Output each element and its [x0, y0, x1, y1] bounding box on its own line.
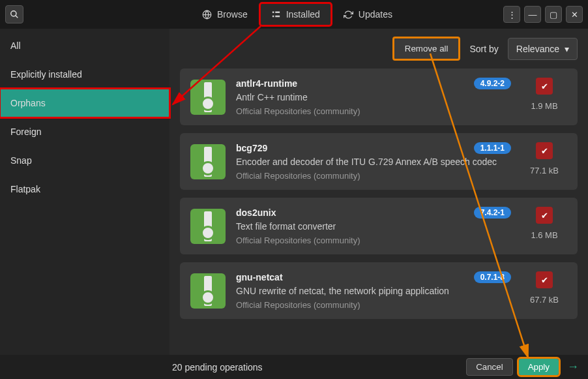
package-repo: Official Repositories (community): [236, 235, 511, 245]
toolbar: Remove all Sort by Relevance ▾: [180, 37, 578, 61]
list-icon: [271, 10, 281, 20]
close-button[interactable]: ✕: [566, 6, 583, 23]
tab-installed[interactable]: Installed: [259, 3, 332, 26]
tab-updates[interactable]: Updates: [332, 3, 404, 26]
package-desc: Text file format converter: [236, 221, 511, 232]
content: Remove all Sort by Relevance ▾ antlr4-ru…: [169, 29, 588, 355]
close-icon: ✕: [571, 10, 578, 20]
header-tabs: Browse Installed Updates: [190, 3, 404, 26]
pending-text: 20 pending operations: [172, 362, 263, 372]
sidebar-item-label: Snap: [10, 155, 32, 166]
sidebar: All Explicitly installed Orphans Foreign…: [0, 29, 169, 355]
sidebar-item-explicit[interactable]: Explicitly installed: [0, 60, 169, 89]
tab-label: Updates: [359, 9, 392, 20]
package-version: 7.4.2-1: [474, 207, 511, 219]
check-icon: ✔: [541, 82, 548, 91]
footer-actions: Cancel Apply →: [466, 358, 579, 376]
minimize-button[interactable]: —: [524, 6, 541, 23]
sortby-label: Sort by: [469, 44, 498, 54]
package-info: gnu-netcat 0.7.1-8 GNU rewrite of netcat…: [236, 271, 511, 310]
package-card[interactable]: antlr4-runtime 4.9.2-2 Antlr C++ runtime…: [180, 68, 578, 125]
maximize-icon: ▢: [550, 10, 557, 20]
remove-all-button[interactable]: Remove all: [392, 37, 461, 61]
package-repo: Official Repositories (community): [236, 171, 511, 181]
package-info: bcg729 1.1.1-1 Encoder and decoder of th…: [236, 142, 511, 181]
svg-point-0: [11, 11, 16, 16]
package-desc: GNU rewrite of netcat, the network pipin…: [236, 286, 511, 296]
package-icon: [190, 209, 226, 244]
package-icon: [190, 273, 226, 309]
svg-rect-6: [275, 15, 280, 17]
search-button[interactable]: [5, 5, 23, 23]
sidebar-item-label: All: [10, 40, 21, 51]
sidebar-item-all[interactable]: All: [0, 31, 169, 60]
package-name: bcg729: [236, 143, 267, 153]
package-size: 1.6 MB: [531, 230, 557, 240]
package-version: 1.1.1-1: [474, 142, 511, 154]
package-list: antlr4-runtime 4.9.2-2 Antlr C++ runtime…: [180, 68, 578, 319]
arrow-right-icon[interactable]: →: [567, 360, 579, 374]
sidebar-item-label: Flatpak: [10, 184, 40, 194]
tab-label: Browse: [217, 9, 248, 20]
svg-rect-4: [275, 11, 280, 13]
package-icon: [190, 80, 226, 115]
package-info: dos2unix 7.4.2-1 Text file format conver…: [236, 207, 511, 245]
titlebar: Browse Installed Updates ⋮ — ▢ ✕: [0, 0, 588, 29]
sidebar-item-label: Orphans: [10, 98, 46, 108]
package-version: 4.9.2-2: [474, 78, 511, 89]
package-repo: Official Repositories (community): [236, 300, 511, 310]
package-card[interactable]: dos2unix 7.4.2-1 Text file format conver…: [180, 198, 578, 254]
menu-button[interactable]: ⋮: [503, 6, 520, 23]
package-name: dos2unix: [236, 207, 276, 218]
package-version: 0.7.1-8: [474, 271, 511, 283]
tab-browse[interactable]: Browse: [190, 3, 259, 26]
maximize-button[interactable]: ▢: [545, 6, 562, 23]
sidebar-item-flatpak[interactable]: Flatpak: [0, 175, 169, 204]
svg-rect-5: [272, 15, 274, 17]
package-right: ✔ 77.1 kB: [522, 142, 567, 181]
package-right: ✔ 67.7 kB: [522, 271, 567, 310]
package-card[interactable]: gnu-netcat 0.7.1-8 GNU rewrite of netcat…: [180, 262, 578, 319]
svg-rect-3: [272, 11, 274, 13]
kebab-icon: ⋮: [508, 10, 516, 20]
package-size: 1.9 MB: [531, 101, 557, 111]
minimize-icon: —: [529, 10, 537, 20]
remove-toggle[interactable]: ✔: [536, 207, 553, 224]
apply-button[interactable]: Apply: [518, 358, 559, 376]
package-desc: Antlr C++ runtime: [236, 92, 511, 102]
main: All Explicitly installed Orphans Foreign…: [0, 29, 588, 355]
check-icon: ✔: [541, 146, 548, 156]
remove-toggle[interactable]: ✔: [536, 271, 553, 288]
package-icon: [190, 144, 226, 179]
package-size: 67.7 kB: [530, 295, 559, 305]
sidebar-item-orphans[interactable]: Orphans: [0, 89, 169, 117]
sort-select[interactable]: Relevance ▾: [508, 38, 578, 60]
sort-value: Relevance: [516, 44, 559, 54]
footer: 20 pending operations Cancel Apply →: [0, 355, 588, 379]
sidebar-item-label: Foreign: [10, 127, 41, 137]
chevron-down-icon: ▾: [565, 44, 569, 54]
check-icon: ✔: [541, 275, 548, 285]
package-repo: Official Repositories (community): [236, 106, 511, 116]
cancel-button[interactable]: Cancel: [466, 358, 513, 376]
package-desc: Encoder and decoder of the ITU G.729 Ann…: [236, 157, 511, 167]
package-name: gnu-netcat: [236, 272, 283, 282]
package-right: ✔ 1.9 MB: [522, 78, 567, 116]
remove-toggle[interactable]: ✔: [536, 142, 553, 159]
check-icon: ✔: [541, 211, 548, 220]
sidebar-item-foreign[interactable]: Foreign: [0, 117, 169, 146]
window-controls: ⋮ — ▢ ✕: [503, 6, 583, 23]
package-name: antlr4-runtime: [236, 78, 297, 89]
package-right: ✔ 1.6 MB: [522, 207, 567, 245]
package-card[interactable]: bcg729 1.1.1-1 Encoder and decoder of th…: [180, 133, 578, 190]
search-icon: [10, 10, 19, 19]
tab-label: Installed: [286, 9, 320, 20]
svg-line-1: [16, 16, 18, 18]
refresh-icon: [344, 10, 353, 20]
remove-toggle[interactable]: ✔: [536, 78, 553, 95]
sidebar-item-snap[interactable]: Snap: [0, 146, 169, 175]
package-info: antlr4-runtime 4.9.2-2 Antlr C++ runtime…: [236, 78, 511, 116]
sidebar-item-label: Explicitly installed: [10, 69, 82, 80]
package-size: 77.1 kB: [530, 166, 559, 175]
globe-icon: [202, 10, 212, 20]
